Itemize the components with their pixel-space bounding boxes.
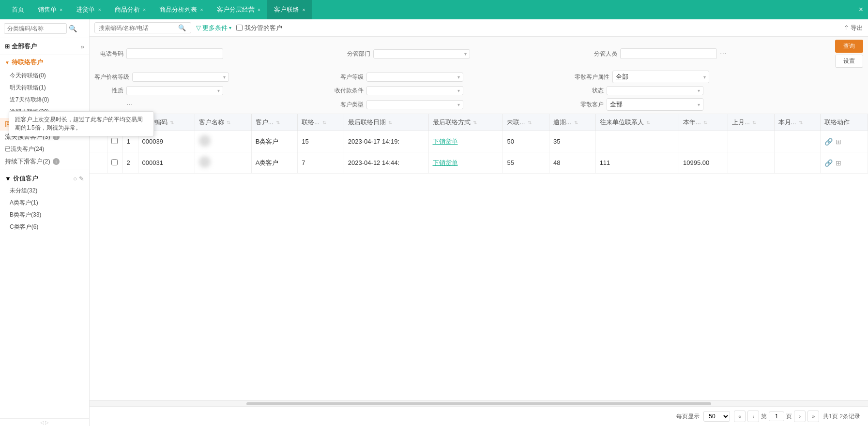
row1-link-icon[interactable]: 🔗 bbox=[824, 138, 833, 146]
nav-customer-contact[interactable]: 客户联络 × bbox=[267, 0, 312, 19]
level-select[interactable]: ▾ bbox=[366, 73, 463, 82]
last-contact-date-col-header[interactable]: 最后联络日期 ⇅ bbox=[344, 114, 428, 131]
more-filter-chevron: ▾ bbox=[229, 25, 231, 30]
close-customer-segment-icon[interactable]: × bbox=[258, 7, 260, 13]
unit-contact-sort-icon: ⇅ bbox=[646, 120, 650, 125]
price-level-select[interactable]: ▾ bbox=[132, 73, 229, 82]
gender-select[interactable]: ▾ bbox=[126, 86, 223, 95]
row2-link-icon[interactable]: 🔗 bbox=[824, 159, 833, 167]
horizontal-scrollbar[interactable] bbox=[90, 400, 868, 406]
gender-label: 性质 bbox=[94, 87, 123, 95]
sidebar-item-class-a[interactable]: A类客户(1) bbox=[0, 197, 89, 209]
row2-last-contact-method[interactable]: 下销货单 bbox=[428, 152, 503, 174]
this-year-col-header[interactable]: 本年... ⇅ bbox=[679, 114, 728, 131]
row1-this-month bbox=[774, 131, 821, 152]
prev-page-button[interactable]: ‹ bbox=[747, 411, 759, 422]
sidebar-item-today[interactable]: 今天待联络(0) bbox=[0, 70, 89, 82]
value-group-edit-icon[interactable]: ✎ bbox=[79, 175, 84, 182]
last-page-button[interactable]: » bbox=[807, 411, 819, 422]
status-label: 状态 bbox=[575, 87, 604, 95]
nav-customer-segment[interactable]: 客户分层经营 × bbox=[210, 0, 267, 19]
dept-label: 分管部门 bbox=[341, 50, 370, 58]
manager-input[interactable] bbox=[620, 48, 717, 59]
row1-check[interactable] bbox=[111, 138, 118, 144]
sidebar-item-declining[interactable]: 持续下滑客户(2) i bbox=[0, 155, 89, 168]
my-customer-check[interactable] bbox=[236, 25, 243, 31]
this-month-col-header[interactable]: 本月... ⇅ bbox=[774, 114, 821, 131]
row2-cust-code: 000031 bbox=[138, 152, 195, 174]
nav-purchase[interactable]: 进货单 × bbox=[69, 0, 107, 19]
sidebar-search-input[interactable] bbox=[4, 23, 67, 34]
filter-gender-field: 性质 ▾ bbox=[94, 86, 331, 95]
sidebar-item-lost-customers[interactable]: 已流失客户(24) bbox=[0, 143, 89, 155]
row2-last-contact-date: 2023-04-12 14:44: bbox=[344, 152, 428, 174]
nav-product-analysis-list[interactable]: 商品分析列表 × bbox=[152, 0, 210, 19]
row1-contact-method-link[interactable]: 下销货单 bbox=[433, 138, 458, 145]
nav-product-analysis[interactable]: 商品分析 × bbox=[108, 0, 152, 19]
cust-name-col-header[interactable]: 客户名称 ⇅ bbox=[195, 114, 251, 131]
sidebar-item-tomorrow[interactable]: 明天待联络(1) bbox=[0, 82, 89, 94]
value-group-title[interactable]: ▼ 价值客户 bbox=[5, 174, 38, 183]
level-label: 客户等级 bbox=[335, 73, 364, 81]
row1-grid-icon[interactable]: ⊞ bbox=[836, 138, 841, 146]
my-customer-checkbox[interactable]: 我分管的客户 bbox=[236, 24, 282, 32]
sidebar-resize-handle[interactable]: ◁ ▷ bbox=[0, 418, 89, 426]
row2-contact-method-link[interactable]: 下销货单 bbox=[433, 159, 458, 166]
declining-info-icon[interactable]: i bbox=[53, 158, 60, 165]
close-purchase-icon[interactable]: × bbox=[98, 7, 101, 13]
row2-grid-icon[interactable]: ⊞ bbox=[836, 159, 841, 167]
gender-chevron: ▾ bbox=[217, 88, 220, 93]
sidebar-item-class-c[interactable]: C类客户(6) bbox=[0, 221, 89, 233]
current-page-input[interactable] bbox=[769, 411, 784, 421]
retail-cust-select[interactable]: 全部 ▾ bbox=[607, 98, 703, 111]
cust-type-select[interactable]: ▾ bbox=[366, 100, 463, 109]
filter-phone-field: 电话号码 bbox=[94, 48, 337, 59]
close-product-analysis-list-icon[interactable]: × bbox=[200, 7, 203, 13]
overdue-col-header[interactable]: 逾期... ⇅ bbox=[549, 114, 596, 131]
contact-col-header[interactable]: 联络... ⇅ bbox=[298, 114, 344, 131]
filter-more-dots[interactable]: ··· bbox=[126, 100, 133, 109]
cust-level-col-header[interactable]: 客户... ⇅ bbox=[251, 114, 298, 131]
query-button[interactable]: 查询 bbox=[835, 40, 863, 53]
close-all-tabs-button[interactable]: × bbox=[859, 5, 863, 14]
last-contact-method-col-header[interactable]: 最后联络方式 ⇅ bbox=[428, 114, 503, 131]
row2-check[interactable] bbox=[111, 159, 118, 165]
next-page-button[interactable]: › bbox=[794, 411, 806, 422]
sidebar-item-7days[interactable]: 近7天待联络(0) bbox=[0, 94, 89, 106]
close-product-analysis-icon[interactable]: × bbox=[143, 7, 146, 13]
unit-contact-col-header[interactable]: 往来单位联系人 ⇅ bbox=[595, 114, 679, 131]
manager-dots[interactable]: ··· bbox=[720, 49, 726, 58]
retail-attr-select[interactable]: 全部 ▾ bbox=[612, 71, 709, 83]
close-sales-icon[interactable]: × bbox=[60, 7, 62, 13]
nav-home[interactable]: 首页 bbox=[5, 0, 31, 19]
per-page-select[interactable]: 50 100 200 bbox=[703, 411, 730, 422]
row2-checkbox[interactable] bbox=[107, 152, 122, 174]
last-month-col-header[interactable]: 上月... ⇅ bbox=[728, 114, 774, 131]
settings-button[interactable]: 设置 bbox=[835, 55, 863, 68]
status-select[interactable]: ▾ bbox=[607, 86, 703, 95]
more-filter-button[interactable]: ▽ 更多条件 ▾ bbox=[196, 24, 231, 32]
dept-select[interactable]: ▾ bbox=[373, 49, 470, 59]
search-input[interactable] bbox=[99, 25, 176, 31]
sidebar-search-icon[interactable]: 🔍 bbox=[69, 25, 77, 32]
contact-sort-icon: ⇅ bbox=[322, 120, 326, 125]
nav-sales[interactable]: 销售单 × bbox=[31, 0, 69, 19]
resize-icon: ◁ ▷ bbox=[40, 420, 49, 425]
close-customer-contact-icon[interactable]: × bbox=[302, 7, 305, 13]
sidebar-item-unclassified[interactable]: 未分组(32) bbox=[0, 185, 89, 197]
payment-select[interactable]: ▾ bbox=[366, 86, 463, 95]
first-page-button[interactable]: « bbox=[734, 411, 746, 422]
row1-last-contact-method[interactable]: 下销货单 bbox=[428, 131, 503, 152]
filter-price-level-field: 客户价格等级 ▾ bbox=[94, 73, 331, 82]
pending-contact-group[interactable]: ▼ 待联络客户 bbox=[0, 55, 89, 70]
row1-unpaid: 50 bbox=[503, 131, 549, 152]
search-icon[interactable]: 🔍 bbox=[178, 24, 186, 31]
export-button[interactable]: ⇑ 导出 bbox=[844, 24, 863, 32]
phone-input[interactable] bbox=[126, 48, 223, 59]
pagination-bar: 每页显示 50 100 200 « ‹ 第 页 › » 共1页 2条记录 bbox=[90, 406, 868, 426]
unpaid-col-header[interactable]: 未联... ⇅ bbox=[503, 114, 549, 131]
row2-overdue: 48 bbox=[549, 152, 596, 174]
sidebar-collapse-icon[interactable]: » bbox=[81, 43, 84, 50]
sidebar-item-class-b[interactable]: B类客户(33) bbox=[0, 209, 89, 221]
value-group-circle-icon[interactable]: ○ bbox=[73, 175, 77, 182]
